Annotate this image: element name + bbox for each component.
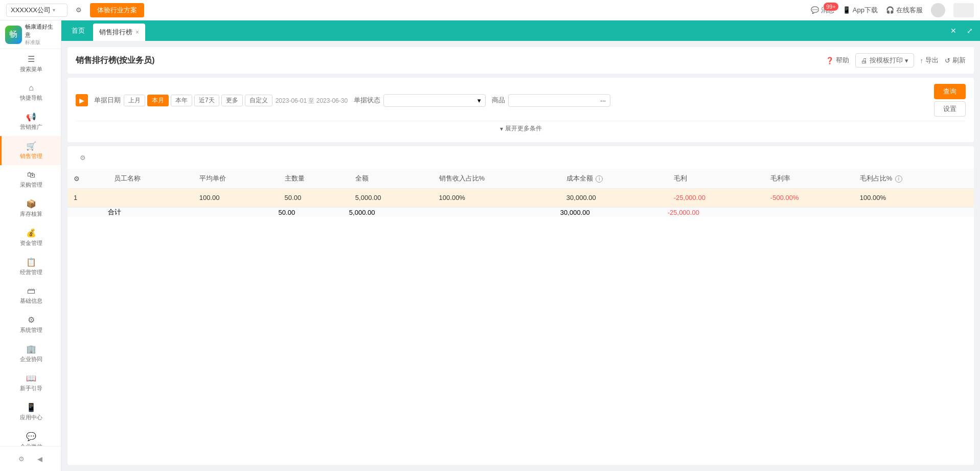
gross-ratio-info-icon[interactable]: i	[895, 175, 902, 183]
quick-nav-label: 快捷导航	[20, 94, 42, 102]
footer-label: 合计	[108, 207, 193, 217]
sidebar-item-enterprise-wechat[interactable]: 💬 企业微信	[0, 427, 61, 446]
goods-input[interactable]: ···	[508, 94, 610, 107]
company-selector[interactable]: XXXXXX公司 ▾	[6, 4, 67, 17]
date-btn-7days[interactable]: 近7天	[194, 95, 219, 106]
app-center-icon: 📱	[26, 402, 36, 412]
maximize-icon[interactable]: ⤢	[964, 25, 976, 37]
export-icon: ↑	[920, 57, 924, 64]
sidebar-item-guide[interactable]: 📖 新手引导	[0, 368, 61, 397]
footer-gross-rate	[764, 207, 854, 217]
refresh-button[interactable]: ↺ 刷新	[945, 56, 966, 65]
chevron-down-icon: ▾	[53, 7, 55, 13]
chevron-down-icon: ▾	[477, 97, 481, 104]
sidebar-item-system[interactable]: ⚙ 系统管理	[0, 310, 61, 339]
guide-icon: 📖	[26, 373, 36, 383]
app-center-label: 应用中心	[20, 414, 42, 421]
finance-label: 资金管理	[20, 239, 42, 247]
status-filter: 单据状态 ▾	[354, 94, 486, 107]
col-sales-ratio: 销售收入占比%	[433, 169, 560, 189]
table-row: 1 100.00 50.00 5,000.00 100.00% 30,000.0…	[67, 189, 974, 208]
help-icon: ❓	[826, 57, 834, 64]
sidebar-bottom: ⚙ ◀	[0, 446, 61, 471]
cell-amount: 5,000.00	[349, 189, 433, 208]
settings-icon[interactable]: ⚙	[72, 3, 86, 17]
message-button[interactable]: 💬 消息 99+	[811, 6, 834, 15]
table-toolbar: ⚙	[67, 146, 974, 169]
sidebar-item-operations[interactable]: 📋 经营管理	[0, 252, 61, 281]
help-button[interactable]: ❓ 帮助	[826, 56, 849, 65]
date-btn-custom[interactable]: 自定义	[245, 95, 272, 106]
sidebar-item-app-center[interactable]: 📱 应用中心	[0, 397, 61, 427]
sidebar-item-marketing[interactable]: 📢 营销推广	[0, 107, 61, 136]
logo-subtitle: 标准版	[25, 39, 56, 46]
sidebar-nav: ☰ 搜索菜单 ⌂ 快捷导航 📢 营销推广 🛒 销售管理 🛍 采购管理 📦 库存核…	[0, 49, 61, 446]
logo-title: 畅康通好生意	[25, 23, 56, 39]
col-amount: 全额	[349, 169, 433, 189]
search-order-icon: ☰	[28, 54, 35, 64]
col-gross: 毛利	[668, 169, 764, 189]
enterprise-icon: 🏢	[26, 344, 36, 354]
footer-amount: 5,000.00	[349, 207, 433, 217]
sidebar-item-inventory[interactable]: 📦 库存核算	[0, 194, 61, 223]
cell-avg-price: 100.00	[193, 189, 279, 208]
page-header: 销售排行榜(按业务员) ❓ 帮助 🖨 按模板打印 ▾ ↑ 导出	[67, 47, 974, 74]
sidebar-item-finance[interactable]: 💰 资金管理	[0, 223, 61, 252]
expand-more-btn[interactable]: ▾ 展开更多条件	[76, 121, 966, 136]
status-select[interactable]: ▾	[383, 94, 486, 107]
query-button[interactable]: 查询	[934, 84, 966, 99]
marketing-label: 营销推广	[20, 123, 42, 131]
sidebar: 畅 畅康通好生意 标准版 ☰ 搜索菜单 ⌂ 快捷导航 📢 营销推广 🛒 销售管理…	[0, 20, 61, 471]
date-btn-current-month[interactable]: 本月	[147, 95, 169, 106]
tab-close-icon[interactable]: ×	[135, 29, 139, 36]
goods-filter: 商品 ···	[492, 94, 610, 107]
close-window-icon[interactable]: ✕	[947, 25, 960, 37]
footer-cost: 30,000.00	[560, 207, 668, 217]
inventory-label: 库存核算	[20, 210, 42, 218]
date-btn-last-month[interactable]: 上月	[124, 95, 145, 106]
cost-info-icon[interactable]: i	[596, 175, 603, 183]
settings-button[interactable]: 设置	[934, 101, 966, 117]
footer-quantity: 50.00	[279, 207, 349, 217]
table-footer-row: 合计 50.00 5,000.00 30,000.00 -25,000.00	[67, 207, 974, 217]
table-settings-icon[interactable]: ⚙	[76, 150, 90, 165]
sidebar-item-purchase[interactable]: 🛍 采购管理	[0, 165, 61, 194]
cell-rank: 1	[67, 189, 108, 208]
search-order-label: 搜索菜单	[20, 65, 42, 73]
avatar[interactable]	[931, 3, 945, 17]
col-quantity: 主数量	[279, 169, 349, 189]
sales-icon: 🛒	[26, 141, 36, 151]
tab-bar-right: ✕ ⤢	[943, 25, 980, 37]
cell-sales-ratio: 100.00%	[433, 189, 560, 208]
date-btn-more[interactable]: 更多	[221, 95, 243, 106]
col-avg-price: 平均单价	[193, 169, 279, 189]
col-name: 员工名称	[108, 169, 193, 189]
tab-bar: 首页 销售排行榜 × ✕ ⤢	[61, 20, 980, 41]
inventory-icon: 📦	[26, 199, 36, 209]
app-download-button[interactable]: 📱 App下载	[842, 6, 878, 15]
sidebar-item-basic-info[interactable]: 🗃 基础信息	[0, 281, 61, 310]
trial-button[interactable]: 体验行业方案	[90, 3, 144, 17]
sidebar-collapse-btn[interactable]: ◀	[32, 451, 48, 467]
sidebar-item-enterprise[interactable]: 🏢 企业协同	[0, 339, 61, 368]
sidebar-item-quick-nav[interactable]: ⌂ 快捷导航	[0, 78, 61, 107]
tab-home[interactable]: 首页	[63, 20, 93, 41]
sidebar-item-search-order[interactable]: ☰ 搜索菜单	[0, 49, 61, 78]
sidebar-item-sales[interactable]: 🛒 销售管理	[0, 136, 61, 165]
headset-icon: 🎧	[886, 6, 894, 14]
cell-gross-ratio: 100.00%	[854, 189, 974, 208]
sidebar-settings-btn[interactable]: ⚙	[13, 451, 30, 467]
tab-sales-ranking[interactable]: 销售排行榜 ×	[93, 24, 145, 41]
status-label: 单据状态	[354, 96, 380, 105]
export-button[interactable]: ↑ 导出	[920, 56, 939, 65]
enterprise-wechat-icon: 💬	[26, 432, 36, 441]
system-icon: ⚙	[28, 315, 35, 325]
print-button[interactable]: 🖨 按模板打印 ▾	[855, 53, 914, 68]
collapse-filter-icon[interactable]: ▶	[76, 94, 88, 106]
marketing-icon: 📢	[26, 112, 36, 122]
online-service-button[interactable]: 🎧 在线客服	[886, 6, 923, 15]
date-btn-current-year[interactable]: 本年	[171, 95, 192, 106]
sidebar-logo: 畅 畅康通好生意 标准版	[0, 20, 61, 49]
ellipsis-icon: ···	[600, 97, 606, 104]
enterprise-label: 企业协同	[20, 355, 42, 363]
